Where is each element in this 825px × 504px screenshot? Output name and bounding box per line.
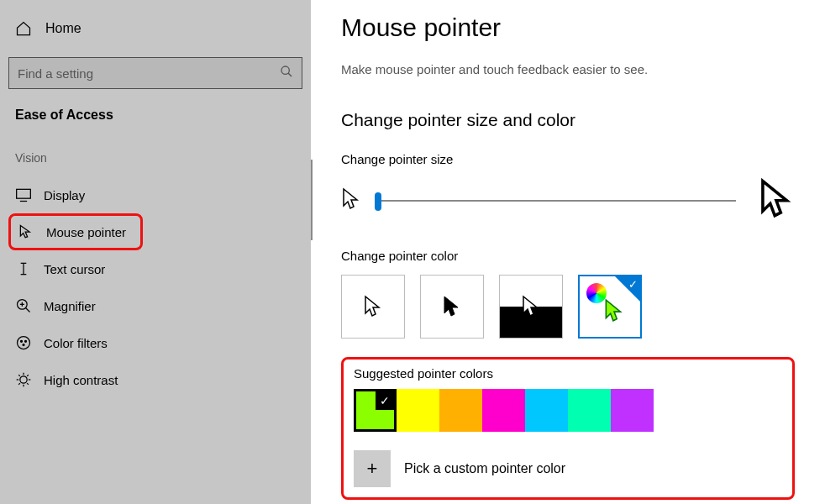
page-title: Mouse pointer bbox=[341, 13, 795, 42]
pointer-color-inverted[interactable] bbox=[499, 275, 563, 339]
pick-custom-label: Pick a custom pointer color bbox=[404, 461, 565, 476]
display-icon bbox=[15, 186, 32, 203]
color-swatch[interactable] bbox=[397, 389, 439, 432]
svg-point-15 bbox=[20, 376, 27, 383]
svg-rect-2 bbox=[17, 189, 31, 198]
sidebar-item-mouse-pointer[interactable]: Mouse pointer bbox=[8, 213, 143, 250]
svg-line-22 bbox=[18, 383, 20, 385]
svg-line-8 bbox=[26, 308, 30, 312]
sidebar-item-label: Mouse pointer bbox=[46, 225, 126, 239]
home-nav[interactable]: Home bbox=[8, 15, 302, 42]
sidebar-item-label: Text cursor bbox=[44, 262, 105, 276]
svg-line-23 bbox=[27, 375, 29, 376]
sidebar-item-color-filters[interactable]: Color filters bbox=[8, 324, 302, 361]
sidebar-item-high-contrast[interactable]: High contrast bbox=[8, 361, 302, 398]
search-icon bbox=[280, 65, 293, 81]
page-description: Make mouse pointer and touch feedback ea… bbox=[341, 62, 795, 76]
sidebar-item-label: Magnifier bbox=[44, 299, 96, 313]
sidebar-group-label: Vision bbox=[8, 143, 302, 176]
plus-icon: + bbox=[354, 450, 391, 487]
svg-point-13 bbox=[25, 340, 27, 342]
home-icon bbox=[15, 20, 32, 37]
pointer-color-custom[interactable] bbox=[578, 275, 642, 339]
pointer-size-label: Change pointer size bbox=[341, 152, 795, 166]
slider-thumb[interactable] bbox=[375, 192, 381, 211]
cursor-big-icon bbox=[758, 178, 795, 223]
home-label: Home bbox=[45, 21, 81, 36]
pointer-color-white[interactable] bbox=[341, 275, 405, 339]
pointer-color-label: Change pointer color bbox=[341, 249, 795, 263]
color-filters-icon bbox=[15, 334, 32, 351]
color-swatch[interactable] bbox=[525, 389, 568, 432]
sidebar-item-label: High contrast bbox=[44, 373, 118, 387]
sidebar-section-title: Ease of Access bbox=[8, 104, 302, 143]
color-swatch[interactable] bbox=[439, 389, 482, 432]
suggested-colors-label: Suggested pointer colors bbox=[354, 366, 782, 381]
svg-point-12 bbox=[21, 340, 23, 342]
svg-line-20 bbox=[18, 375, 20, 376]
color-swatch[interactable] bbox=[568, 389, 611, 432]
section-heading: Change pointer size and color bbox=[341, 110, 795, 130]
svg-point-0 bbox=[281, 66, 289, 74]
pointer-color-black[interactable] bbox=[420, 275, 484, 339]
suggested-colors-section: Suggested pointer colors + Pick a custom… bbox=[341, 357, 795, 500]
svg-point-11 bbox=[18, 337, 30, 349]
color-swatch[interactable] bbox=[611, 389, 654, 432]
cursor-small-icon bbox=[341, 187, 361, 214]
svg-line-21 bbox=[27, 383, 29, 385]
sidebar-item-label: Color filters bbox=[44, 336, 108, 350]
sidebar-item-display[interactable]: Display bbox=[8, 176, 302, 213]
colored-cursor-icon bbox=[603, 298, 625, 327]
scroll-indicator[interactable] bbox=[311, 160, 313, 240]
svg-line-1 bbox=[288, 73, 292, 76]
pick-custom-color-button[interactable]: + Pick a custom pointer color bbox=[354, 450, 782, 487]
high-contrast-icon bbox=[15, 371, 32, 388]
sidebar-item-magnifier[interactable]: Magnifier bbox=[8, 287, 302, 324]
magnifier-icon bbox=[15, 297, 32, 314]
sidebar-item-text-cursor[interactable]: Text cursor bbox=[8, 250, 302, 287]
color-swatch[interactable] bbox=[482, 389, 525, 432]
search-input-wrap[interactable] bbox=[8, 57, 302, 89]
sidebar-item-label: Display bbox=[44, 188, 85, 202]
color-swatch[interactable] bbox=[354, 389, 397, 432]
search-input[interactable] bbox=[18, 66, 280, 81]
pointer-size-slider[interactable] bbox=[375, 200, 736, 202]
svg-point-14 bbox=[23, 344, 24, 346]
swatch-row bbox=[354, 389, 782, 432]
mouse-pointer-icon bbox=[18, 223, 34, 240]
text-cursor-icon bbox=[15, 260, 32, 277]
